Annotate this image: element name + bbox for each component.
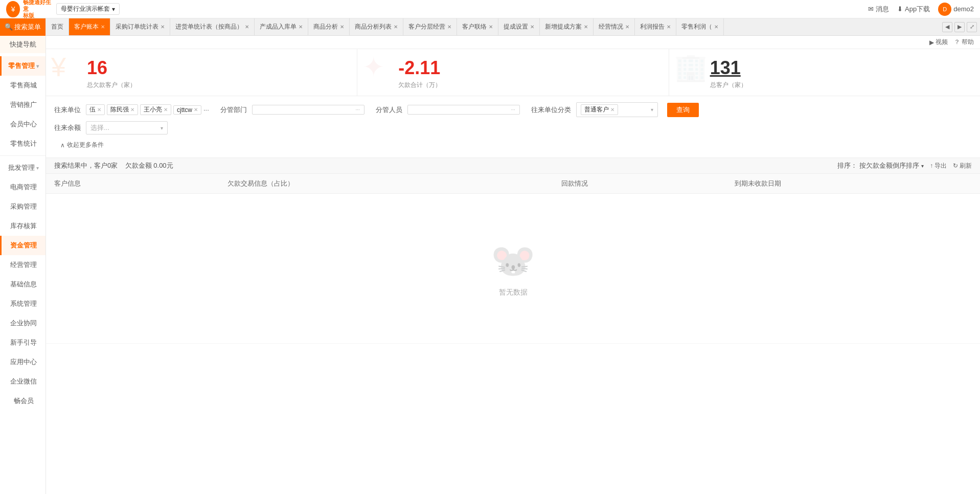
tab-next-btn[interactable]: ▶ <box>954 22 965 32</box>
sidebar-item-marketing[interactable]: 营销推广 <box>0 95 45 115</box>
tab-close-icon[interactable]: ✕ <box>245 24 249 30</box>
chevron-down-icon: ▾ <box>36 63 39 69</box>
main-layout: 🔍 搜索菜单 快捷导航 零售管理 ▾ 零售商城 营销推广 会员中心 零售统计 <box>0 18 980 494</box>
chevron-down-icon: ▾ <box>36 165 39 171</box>
page-help-bar: ▶ 视频 ？ 帮助 <box>46 36 980 49</box>
sidebar-item-sys-mgmt[interactable]: 系统管理 <box>0 294 45 313</box>
tab-inbound-stats[interactable]: 进货单统计表（按商品） ✕ <box>170 18 255 36</box>
tab-label: 商品分析列表 <box>355 23 392 31</box>
sidebar-item-wechat-work[interactable]: 企业微信 <box>0 372 45 391</box>
tab-goods-analysis-list[interactable]: 商品分析列表 ✕ <box>350 18 403 36</box>
tab-label: 提成设置 <box>504 23 528 31</box>
sidebar-item-wholesale-mgmt[interactable]: 批发管理 ▾ <box>0 158 45 177</box>
balance-placeholder: 选择... <box>90 123 109 132</box>
tab-close-icon[interactable]: ✕ <box>625 24 629 30</box>
stat-bg-icon-3: 🏢 <box>674 52 708 83</box>
table-body: 🐭 暂无数据 <box>46 194 980 344</box>
sort-btn[interactable]: 排序： 按欠款金额倒序排序 ▾ <box>837 161 924 170</box>
remove-tag-cjttcw[interactable]: ✕ <box>194 107 198 113</box>
results-actions: 排序： 按欠款金额倒序排序 ▾ ↑ 导出 ↻ 刷新 <box>837 161 972 170</box>
tab-profit-report[interactable]: 利润报告 ✕ <box>635 18 676 36</box>
balance-filter-select[interactable]: 选择... ▾ <box>86 121 168 134</box>
tab-promotion-settings[interactable]: 提成设置 ✕ <box>498 18 540 36</box>
tab-business-status[interactable]: 经营情况 ✕ <box>594 18 635 36</box>
sidebar-item-app-center[interactable]: 应用中心 <box>0 352 45 372</box>
query-btn[interactable]: 查询 <box>667 103 699 117</box>
messages-btn[interactable]: ✉ 消息 <box>868 5 889 14</box>
tab-close-icon[interactable]: ✕ <box>584 24 588 30</box>
tab-new-promotion[interactable]: 新增提成方案 ✕ <box>540 18 594 36</box>
filter-row-1: 往来单位 伍 ✕ 陈民强 ✕ 王小亮 ✕ <box>54 102 972 117</box>
help-link[interactable]: ？ 帮助 <box>954 38 974 47</box>
tab-goods-analysis[interactable]: 商品分析 ✕ <box>308 18 350 36</box>
export-btn[interactable]: ↑ 导出 <box>930 162 947 170</box>
collapse-btn[interactable]: ∧ 收起更多条件 <box>54 139 972 151</box>
tab-close-icon[interactable]: ✕ <box>101 24 105 30</box>
tab-label: 客户账本 <box>74 23 99 31</box>
empty-text: 暂无数据 <box>499 288 528 297</box>
unit-type-label: 往来单位分类 <box>531 105 571 115</box>
sidebar-nav: 零售管理 ▾ 零售商城 营销推广 会员中心 零售统计 批发管理 ▾ 电商管理 <box>0 53 45 414</box>
tab-retail-profit[interactable]: 零售利润（ ✕ <box>676 18 724 36</box>
sidebar-divider <box>0 155 45 156</box>
sidebar-item-ops-mgmt[interactable]: 经营管理 <box>0 255 45 275</box>
filter-tag-unit-type-normal: 普通客户 ✕ <box>581 104 618 115</box>
tab-expand-btn[interactable]: ⤢ <box>967 22 977 32</box>
content-area: 首页 客户账本 ✕ 采购订单统计表 ✕ 进货单统计表（按商品） ✕ 产成品入库单… <box>46 18 980 494</box>
sidebar-item-label: 零售管理 <box>8 61 35 71</box>
sidebar-search[interactable]: 🔍 搜索菜单 <box>0 18 45 36</box>
sidebar-item-inventory[interactable]: 库存核算 <box>0 216 45 236</box>
tab-close-icon[interactable]: ✕ <box>299 24 303 30</box>
tab-close-icon[interactable]: ✕ <box>340 24 344 30</box>
quick-nav[interactable]: 快捷导航 <box>0 36 45 53</box>
workspace-label: 母婴行业演示帐套 <box>61 5 110 13</box>
workspace-selector[interactable]: 母婴行业演示帐套 ▾ <box>56 3 120 15</box>
tab-close-icon[interactable]: ✕ <box>714 24 718 30</box>
top-bar: ¥ 畅捷通好生意 标版 母婴行业演示帐套 ▾ ✉ 消息 ⬇ App下载 D de… <box>0 0 980 18</box>
tab-close-icon[interactable]: ✕ <box>447 24 451 30</box>
remove-unit-type[interactable]: ✕ <box>610 107 614 113</box>
sidebar-item-retail-mall[interactable]: 零售商城 <box>0 76 45 95</box>
sidebar: 🔍 搜索菜单 快捷导航 零售管理 ▾ 零售商城 营销推广 会员中心 零售统计 <box>0 18 46 494</box>
remove-tag-wang[interactable]: ✕ <box>164 107 168 113</box>
unit-filter-tags: 伍 ✕ 陈民强 ✕ 王小亮 ✕ cjttcw ✕ <box>86 104 209 115</box>
stat-number-debtors: 16 <box>87 57 136 79</box>
unit-filter-more[interactable]: ··· <box>203 106 209 114</box>
sidebar-item-enterprise[interactable]: 企业协同 <box>0 313 45 333</box>
tab-label: 客户分层经营 <box>408 23 445 31</box>
tab-cost-inbound[interactable]: 产成品入库单 ✕ <box>255 18 308 36</box>
tab-home[interactable]: 首页 <box>46 18 69 36</box>
sidebar-item-purchase-mgmt[interactable]: 采购管理 <box>0 197 45 216</box>
remove-tag-wu[interactable]: ✕ <box>97 107 101 113</box>
remove-tag-chen[interactable]: ✕ <box>130 107 134 113</box>
sidebar-item-vip-member[interactable]: 畅会员 <box>0 391 45 411</box>
tab-customer-contact[interactable]: 客户联络 ✕ <box>457 18 498 36</box>
tab-close-icon[interactable]: ✕ <box>530 24 534 30</box>
sidebar-item-member-center[interactable]: 会员中心 <box>0 115 45 134</box>
person-filter-input[interactable]: ··· <box>407 105 520 115</box>
col-debt-info: 欠款交易信息（占比） <box>219 174 553 194</box>
video-link[interactable]: ▶ 视频 <box>929 38 948 47</box>
user-menu[interactable]: D demo2 <box>938 3 974 16</box>
tab-close-icon[interactable]: ✕ <box>394 24 398 30</box>
tab-prev-btn[interactable]: ◀ <box>942 22 952 32</box>
unit-type-select[interactable]: 普通客户 ✕ ▾ <box>576 102 658 117</box>
sidebar-item-basic-info[interactable]: 基础信息 <box>0 275 45 294</box>
tab-purchase-order-stats[interactable]: 采购订单统计表 ✕ <box>110 18 170 36</box>
tab-close-icon[interactable]: ✕ <box>161 24 165 30</box>
sidebar-item-label: 企业协同 <box>10 319 37 327</box>
sidebar-item-ecommerce[interactable]: 电商管理 <box>0 177 45 197</box>
tab-close-icon[interactable]: ✕ <box>667 24 671 30</box>
sidebar-item-finance[interactable]: 资金管理 <box>0 236 45 255</box>
tab-customer-segment[interactable]: 客户分层经营 ✕ <box>403 18 457 36</box>
sidebar-item-retail-mgmt[interactable]: 零售管理 ▾ <box>0 56 45 76</box>
tab-label: 商品分析 <box>313 23 338 31</box>
dept-filter-select[interactable]: ··· <box>252 105 364 115</box>
sidebar-item-retail-stats[interactable]: 零售统计 <box>0 134 45 153</box>
sidebar-item-newbie[interactable]: 新手引导 <box>0 333 45 352</box>
refresh-btn[interactable]: ↻ 刷新 <box>953 162 972 170</box>
tab-close-icon[interactable]: ✕ <box>489 24 493 30</box>
tab-customer-book[interactable]: 客户账本 ✕ <box>69 18 110 36</box>
app-download-btn[interactable]: ⬇ App下载 <box>897 5 930 14</box>
export-icon: ↑ <box>930 162 933 169</box>
